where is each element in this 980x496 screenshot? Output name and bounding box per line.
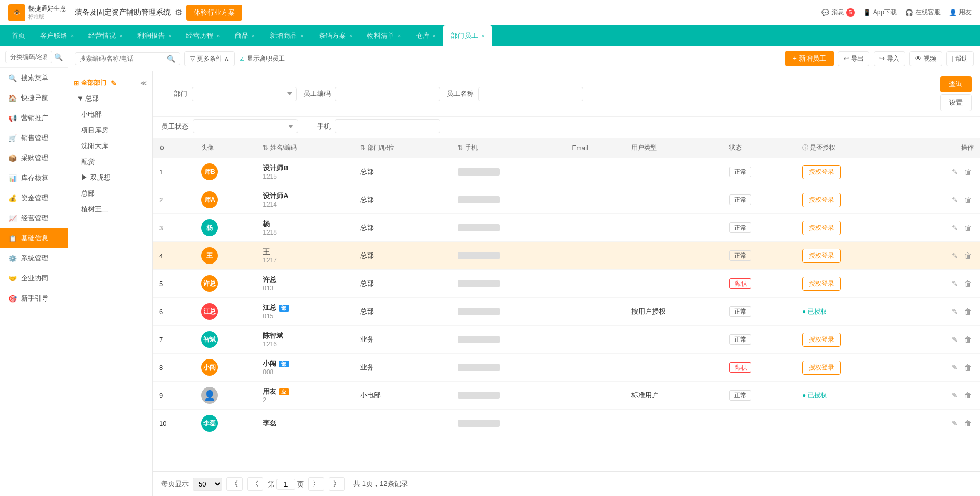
- sidebar-item-nav[interactable]: 🏠快捷导航: [0, 88, 68, 108]
- row-auth[interactable]: 授权登录: [796, 242, 904, 270]
- sidebar-item-search[interactable]: 🔍搜索菜单: [0, 68, 68, 88]
- th-phone[interactable]: ⇅ 手机: [451, 138, 566, 158]
- edit-btn[interactable]: ✎: [949, 334, 960, 345]
- dept-tree-item-zongbu-sub[interactable]: 总部: [68, 186, 152, 201]
- authorize-btn[interactable]: 授权登录: [802, 333, 841, 347]
- edit-btn[interactable]: ✎: [949, 194, 960, 205]
- close-icon[interactable]: ×: [300, 33, 303, 39]
- nav-tab-home[interactable]: 首页: [4, 25, 33, 46]
- dept-filter-select[interactable]: [192, 87, 297, 101]
- sidebar-item-finance[interactable]: 💰资金管理: [0, 188, 68, 208]
- nav-tab-employees[interactable]: 部门员工 ×: [443, 25, 492, 46]
- dept-tree-item-xiaodian[interactable]: 小电部: [68, 106, 152, 122]
- delete-btn[interactable]: 🗑: [962, 362, 974, 373]
- nav-tab-operations[interactable]: 经营情况 ×: [81, 25, 130, 46]
- set-button[interactable]: 设置: [940, 94, 972, 111]
- first-page-btn[interactable]: 《: [226, 477, 243, 491]
- status-filter-select[interactable]: [193, 119, 298, 133]
- dept-tree-item-zongbu-root[interactable]: ▼ 总部: [68, 91, 152, 106]
- edit-btn[interactable]: ✎: [949, 167, 960, 177]
- row-auth[interactable]: 授权登录: [796, 326, 904, 354]
- last-page-btn[interactable]: 》: [329, 477, 345, 491]
- dept-tree-item-zhishu[interactable]: 植树王二: [68, 201, 152, 217]
- page-number-input[interactable]: [276, 479, 295, 490]
- row-auth[interactable]: 授权登录: [796, 214, 904, 242]
- authorize-btn[interactable]: 授权登录: [802, 193, 841, 207]
- user-btn[interactable]: 👤 用友: [949, 8, 972, 17]
- sidebar-search-input[interactable]: [5, 51, 52, 63]
- app-download-btn[interactable]: 📱 App下载: [863, 8, 897, 17]
- dept-tree-item-peihuo[interactable]: 配货: [68, 154, 152, 170]
- page-size-select[interactable]: 50 100 200: [193, 478, 222, 491]
- message-btn[interactable]: 💬 消息 5: [821, 8, 855, 17]
- edit-btn[interactable]: ✎: [949, 362, 960, 373]
- nav-tab-warehouse[interactable]: 仓库 ×: [409, 25, 443, 46]
- import-btn[interactable]: ↪ 导入: [874, 51, 905, 66]
- close-icon[interactable]: ×: [252, 33, 255, 39]
- close-icon[interactable]: ×: [71, 33, 74, 39]
- nav-tab-goods[interactable]: 商品 ×: [227, 25, 262, 46]
- delete-btn[interactable]: 🗑: [962, 278, 974, 289]
- delete-btn[interactable]: 🗑: [962, 194, 974, 205]
- nav-tab-bom[interactable]: 物料清单 ×: [360, 25, 408, 46]
- delete-btn[interactable]: 🗑: [962, 390, 974, 401]
- show-resigned-toggle[interactable]: ☑ 显示离职员工: [239, 54, 285, 63]
- authorize-btn[interactable]: 授权登录: [802, 221, 841, 235]
- th-dept[interactable]: ⇅ 部门/职位: [354, 138, 451, 158]
- delete-btn[interactable]: 🗑: [962, 222, 974, 233]
- nav-tab-barcode[interactable]: 条码方案 ×: [311, 25, 360, 46]
- edit-btn[interactable]: ✎: [949, 222, 960, 233]
- dept-tree-item-xiangmu[interactable]: 项目库房: [68, 122, 152, 138]
- sidebar-item-collab[interactable]: 🤝企业协同: [0, 268, 68, 288]
- th-name[interactable]: ⇅ 姓名/编码: [256, 138, 354, 158]
- row-auth[interactable]: [796, 410, 904, 437]
- edit-btn[interactable]: ✎: [949, 250, 960, 261]
- sidebar-item-system[interactable]: ⚙️系统管理: [0, 248, 68, 268]
- sidebar-item-sales[interactable]: 🛒销售管理: [0, 128, 68, 148]
- delete-btn[interactable]: 🗑: [962, 306, 974, 317]
- employee-search-input[interactable]: [80, 55, 165, 62]
- more-filter-btn[interactable]: ▽ 更多条件 ∧: [184, 51, 235, 66]
- sidebar-item-marketing[interactable]: 📢营销推广: [0, 108, 68, 128]
- nav-tab-profit[interactable]: 利润报告 ×: [130, 25, 179, 46]
- close-icon[interactable]: ×: [433, 33, 436, 39]
- settings-icon[interactable]: ⚙: [175, 7, 182, 17]
- sidebar-item-guide[interactable]: 🎯新手引导: [0, 288, 68, 308]
- sidebar-item-management[interactable]: 📈经营管理: [0, 208, 68, 228]
- edit-btn[interactable]: ✎: [949, 278, 960, 289]
- row-auth[interactable]: 授权登录: [796, 270, 904, 298]
- online-service-btn[interactable]: 🎧 在线客服: [905, 8, 941, 17]
- row-auth[interactable]: 授权登录: [796, 158, 904, 186]
- delete-btn[interactable]: 🗑: [962, 418, 974, 429]
- sidebar-item-inventory[interactable]: 📊库存核算: [0, 168, 68, 188]
- edit-btn[interactable]: ✎: [949, 418, 960, 429]
- prev-page-btn[interactable]: 〈: [247, 477, 263, 491]
- authorize-btn[interactable]: 授权登录: [802, 361, 841, 375]
- dept-tree-item-shenyang[interactable]: 沈阳大库: [68, 138, 152, 154]
- edit-btn[interactable]: ✎: [949, 306, 960, 317]
- delete-btn[interactable]: 🗑: [962, 167, 974, 177]
- next-page-btn[interactable]: 〉: [308, 477, 324, 491]
- trial-button[interactable]: 体验行业方案: [186, 5, 242, 21]
- authorize-btn[interactable]: 授权登录: [802, 277, 841, 291]
- phone-filter-input[interactable]: [335, 119, 440, 133]
- export-btn[interactable]: ↩ 导出: [838, 51, 869, 66]
- sidebar-item-basic[interactable]: 📋基础信息: [0, 228, 68, 248]
- add-employee-button[interactable]: + 新增员工: [785, 51, 833, 66]
- sidebar-item-purchase[interactable]: 📦采购管理: [0, 148, 68, 168]
- nav-tab-add-goods[interactable]: 新增商品 ×: [262, 25, 311, 46]
- nav-tab-customer[interactable]: 客户联络 ×: [33, 25, 81, 46]
- close-icon[interactable]: ×: [481, 33, 484, 39]
- edit-btn[interactable]: ✎: [949, 390, 960, 401]
- dept-edit-icon[interactable]: ✎: [111, 79, 117, 87]
- row-auth[interactable]: 授权登录: [796, 354, 904, 382]
- row-auth[interactable]: 已授权: [796, 382, 904, 410]
- dept-tree-item-shuanghu[interactable]: ▶ 双虎想: [68, 170, 152, 186]
- close-icon[interactable]: ×: [168, 33, 171, 39]
- th-settings[interactable]: ⚙: [153, 138, 195, 158]
- dept-collapse-icon[interactable]: ≪: [140, 80, 147, 87]
- close-icon[interactable]: ×: [398, 33, 401, 39]
- nav-tab-history[interactable]: 经营历程 ×: [179, 25, 227, 46]
- delete-btn[interactable]: 🗑: [962, 250, 974, 261]
- sidebar-search-icon[interactable]: 🔍: [54, 53, 63, 61]
